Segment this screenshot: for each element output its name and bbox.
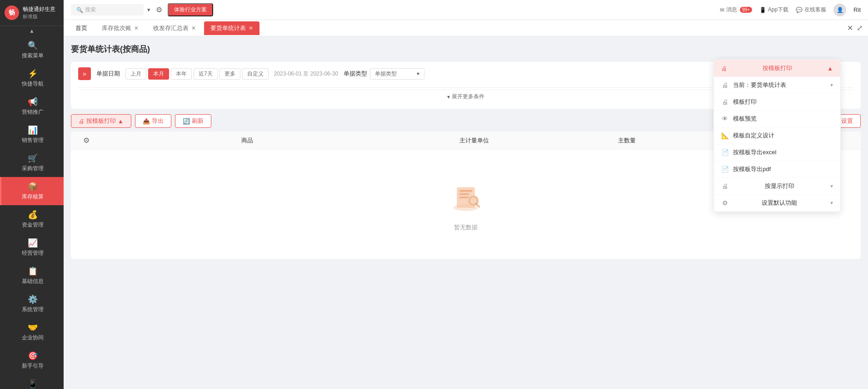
sidebar-item-apps[interactable]: 📱 应用中心 [0, 374, 64, 389]
sidebar-label-collab: 企业协同 [22, 334, 44, 342]
export-pdf-label: 按模板导出pdf [733, 165, 771, 173]
dropdown-chevron-icon[interactable]: ▲ [827, 65, 833, 72]
dropdown-template-print[interactable]: 🖨 模板打印 [714, 94, 840, 111]
print-icon: 🖨 [79, 118, 85, 125]
table-settings-icon[interactable]: ⚙ [83, 136, 90, 144]
tab-bar: 首页 库存批次账 ✕ 收发存汇总表 ✕ 要货单统计表 ✕ ✕ ⤢ [64, 20, 868, 36]
print-chevron: ▲ [118, 118, 124, 125]
display-print-icon: 🖨 [721, 182, 728, 190]
current-chevron-icon: ▾ [830, 82, 833, 88]
user-avatar[interactable]: 👤 [833, 4, 846, 16]
sidebar-item-basic[interactable]: 📋 基础信息 [0, 262, 64, 290]
tab-close-all-icon[interactable]: ✕ [847, 24, 853, 32]
tab-batch-close[interactable]: ✕ [134, 25, 139, 31]
logo-badge: 标准版 [23, 13, 55, 20]
search-icon: 🔍 [28, 40, 38, 51]
template-custom-label: 模板自定义设计 [733, 131, 774, 140]
tabs-right-controls: ✕ ⤢ [847, 24, 863, 32]
dropdown-display-print[interactable]: 🖨 按显示打印 ▾ [714, 178, 840, 195]
empty-text: 暂无数据 [454, 223, 478, 232]
tab-home[interactable]: 首页 [69, 21, 94, 35]
trial-button[interactable]: 体验行业方案 [168, 3, 213, 16]
display-print-chevron-icon: ▾ [830, 183, 833, 189]
topbar-dropdown-icon[interactable]: ▾ [147, 6, 150, 13]
template-custom-icon: 📐 [721, 132, 728, 139]
username-label: Rit [853, 6, 861, 13]
doc-type-select[interactable]: 单据类型 ▾ [370, 68, 424, 80]
tab-expand-icon[interactable]: ⤢ [857, 24, 863, 32]
tab-batch[interactable]: 库存批次账 ✕ [95, 21, 145, 35]
sidebar-item-sales[interactable]: 📊 销售管理 [0, 121, 64, 149]
quicknav-icon: ⚡ [28, 69, 38, 79]
search-box[interactable]: 🔍 搜索 [71, 4, 144, 15]
export-pdf-icon: 📄 [721, 166, 728, 173]
messages-label: 消息 [726, 6, 737, 14]
sidebar-item-guide[interactable]: 🎯 新手引导 [0, 346, 64, 374]
sidebar-item-operations[interactable]: 📈 经营管理 [0, 233, 64, 262]
date-7days[interactable]: 近7天 [194, 68, 218, 80]
tab-receipts-close[interactable]: ✕ [191, 25, 196, 31]
sidebar-item-quicknav[interactable]: ⚡ 快捷导航 [0, 64, 64, 92]
refresh-button[interactable]: 🔄 刷新 [175, 114, 211, 128]
date-current-month[interactable]: 本月 [148, 68, 169, 80]
sidebar-item-finance[interactable]: 💰 资金管理 [0, 205, 64, 233]
topbar-messages[interactable]: ✉ 消息 99+ [720, 6, 752, 14]
empty-icon [445, 177, 486, 218]
topbar-online-service[interactable]: 💬 在线客服 [796, 6, 826, 14]
dropdown-export-pdf[interactable]: 📄 按模板导出pdf [714, 161, 840, 178]
sidebar-item-collab[interactable]: 🤝 企业协同 [0, 318, 64, 346]
export-button[interactable]: 📤 导出 [135, 114, 171, 128]
topbar-gear-icon[interactable]: ⚙ [156, 5, 162, 14]
dropdown-header[interactable]: 🖨 按模板打印 ▲ [714, 60, 840, 77]
topbar: 🔍 搜索 ▾ ⚙ 体验行业方案 ✉ 消息 99+ 📱 App下载 💬 在线客服 … [64, 0, 868, 20]
sidebar-label-operations: 经营管理 [22, 249, 44, 257]
finance-icon: 💰 [28, 210, 38, 220]
logo-name: 畅捷通好生意 [23, 6, 55, 13]
search-placeholder: 搜索 [85, 6, 96, 14]
dropdown-export-excel[interactable]: 📄 按模板导出excel [714, 144, 840, 161]
tab-receipts-label: 收发存汇总表 [153, 24, 189, 32]
service-icon: 💬 [796, 7, 803, 13]
sidebar-logo: 畅 畅捷通好生意 标准版 [0, 0, 64, 26]
tab-order-stats[interactable]: 要货单统计表 ✕ [204, 21, 259, 35]
date-buttons: 上月 本月 本年 近7天 更多 自定义 [125, 68, 269, 80]
table-col-settings: ⚙ [78, 136, 95, 145]
date-custom[interactable]: 自定义 [242, 68, 269, 80]
expand-icon: ▾ [447, 94, 450, 100]
filter-expand-button[interactable]: » [78, 67, 91, 80]
sidebar-label-inventory: 库存核算 [22, 193, 44, 201]
dropdown-template-custom[interactable]: 📐 模板自定义设计 [714, 127, 840, 144]
system-icon: ⚙️ [28, 294, 38, 304]
tab-receipts[interactable]: 收发存汇总表 ✕ [147, 21, 202, 35]
print-template-button[interactable]: 🖨 按模板打印 ▲ [71, 114, 131, 128]
sidebar-item-system[interactable]: ⚙️ 系统管理 [0, 290, 64, 318]
app-icon: 📱 [759, 7, 766, 13]
default-func-icon: ⚙ [721, 199, 728, 207]
table-col-unit: 主计量单位 [400, 136, 548, 145]
refresh-icon: 🔄 [183, 118, 190, 125]
export-label: 导出 [152, 117, 164, 125]
dropdown-default-func[interactable]: ⚙ 设置默认功能 ▾ [714, 195, 840, 212]
sidebar-label-quicknav: 快捷导航 [22, 80, 44, 88]
date-prev-month[interactable]: 上月 [125, 68, 146, 80]
sidebar-label-marketing: 营销推广 [22, 108, 44, 116]
expand-label: 展开更多条件 [452, 93, 484, 101]
tab-order-stats-close[interactable]: ✕ [249, 25, 253, 31]
sidebar-scroll-up[interactable]: ▲ [0, 26, 64, 36]
sidebar-label-system: 系统管理 [22, 306, 44, 313]
dropdown-template-preview[interactable]: 👁 模板预览 [714, 111, 840, 127]
date-more[interactable]: 更多 [219, 68, 240, 80]
date-current-year[interactable]: 本年 [171, 68, 192, 80]
sidebar-item-inventory[interactable]: 📦 库存核算 [0, 177, 64, 205]
sidebar-item-search[interactable]: 🔍 搜索菜单 [0, 36, 64, 64]
sidebar-item-marketing[interactable]: 📢 营销推广 [0, 92, 64, 121]
sidebar-item-purchase[interactable]: 🛒 采购管理 [0, 149, 64, 177]
default-func-chevron-icon: ▾ [830, 200, 833, 206]
doc-type-filter: 单据类型 单据类型 ▾ [344, 68, 424, 80]
operations-icon: 📈 [28, 238, 38, 248]
doc-type-label: 单据类型 [344, 70, 367, 78]
sidebar-label-basic: 基础信息 [22, 278, 44, 285]
dropdown-current-item[interactable]: 🖨 当前：要货单统计表 ▾ [714, 77, 840, 94]
print-template-label: 按模板打印 [86, 117, 116, 125]
topbar-app-download[interactable]: 📱 App下载 [759, 6, 788, 14]
